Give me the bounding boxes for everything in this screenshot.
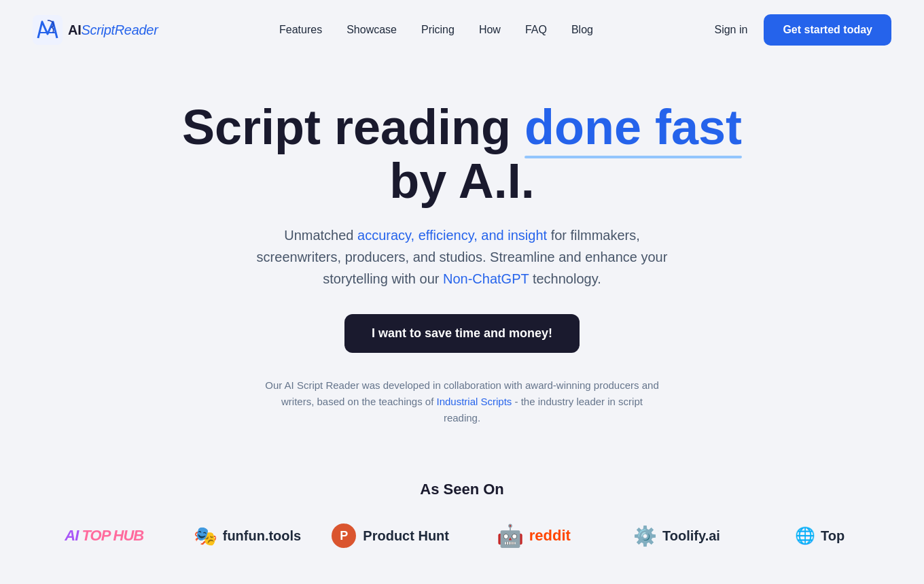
svg-rect-0 <box>33 15 63 45</box>
funfun-icon: 🎭 <box>194 525 217 547</box>
nav-links: Features Showcase Pricing How FAQ Blog <box>279 24 593 36</box>
logos-row: AI TOP HUB 🎭 funfun.tools P Product Hunt… <box>33 517 891 554</box>
logo-link[interactable]: AIScriptReader <box>33 15 158 45</box>
toolify-text: Toolify.ai <box>662 528 720 544</box>
subtitle-accent: accuracy, efficiency, and insight <box>357 228 547 243</box>
hero-subtitle: Unmatched accuracy, efficiency, and insi… <box>251 224 673 290</box>
producthunt-icon: P <box>332 523 356 548</box>
top-text: Top <box>821 528 845 544</box>
nav-showcase[interactable]: Showcase <box>346 24 397 35</box>
logo-producthunt: P Product Hunt <box>319 518 462 553</box>
sign-in-link[interactable]: Sign in <box>714 24 747 36</box>
funfun-text: funfun.tools <box>223 528 302 544</box>
nav-blog[interactable]: Blog <box>571 24 593 35</box>
navbar: AIScriptReader Features Showcase Pricing… <box>0 0 924 60</box>
funfun-logo: 🎭 funfun.tools <box>194 525 302 547</box>
subtitle-accent2: Non-ChatGPT <box>443 271 529 286</box>
nav-right: Sign in Get started today <box>714 14 891 46</box>
logo-aitophub: AI TOP HUB <box>33 521 176 550</box>
nav-pricing[interactable]: Pricing <box>421 24 455 35</box>
logo-icon <box>33 15 63 45</box>
logo-top: 🌐 Top <box>748 521 891 551</box>
industrial-scripts-link[interactable]: Industrial Scripts <box>437 396 512 407</box>
reddit-icon: 🤖 <box>497 523 524 549</box>
aitophub-logo: AI TOP HUB <box>65 527 143 545</box>
reddit-text: reddit <box>529 527 571 545</box>
get-started-button[interactable]: Get started today <box>764 14 891 46</box>
producthunt-logo: P Product Hunt <box>332 523 449 548</box>
nav-features[interactable]: Features <box>279 24 322 35</box>
as-seen-on-title: As Seen On <box>33 481 891 498</box>
hero-description: Our AI Script Reader was developed in co… <box>265 377 659 426</box>
logo-reddit: 🤖 reddit <box>462 517 605 554</box>
logo-text: AIScriptReader <box>68 22 158 38</box>
logo-toolify: ⚙️ Toolify.ai <box>605 519 749 553</box>
hero-title-part1: Script reading <box>182 100 525 154</box>
reddit-logo: 🤖 reddit <box>497 523 571 549</box>
top-icon: 🌐 <box>795 526 815 545</box>
logo-funfun: 🎭 funfun.tools <box>176 519 319 553</box>
nav-how[interactable]: How <box>479 24 501 35</box>
nav-faq[interactable]: FAQ <box>525 24 547 35</box>
producthunt-text: Product Hunt <box>363 528 449 544</box>
hero-title-highlight: done fast <box>525 101 742 154</box>
toolify-logo: ⚙️ Toolify.ai <box>633 525 720 547</box>
hero-title-part2: by A.I. <box>389 154 534 208</box>
hero-section: Script reading done fast by A.I. Unmatch… <box>0 60 924 453</box>
hero-title: Script reading done fast by A.I. <box>182 101 742 208</box>
subtitle-end: technology. <box>529 271 601 286</box>
hero-cta-button[interactable]: I want to save time and money! <box>344 314 580 353</box>
top-logo: 🌐 Top <box>795 526 845 545</box>
subtitle-pre: Unmatched <box>284 228 357 243</box>
toolify-icon: ⚙️ <box>633 525 657 547</box>
as-seen-on-section: As Seen On AI TOP HUB 🎭 funfun.tools P P… <box>0 453 924 570</box>
